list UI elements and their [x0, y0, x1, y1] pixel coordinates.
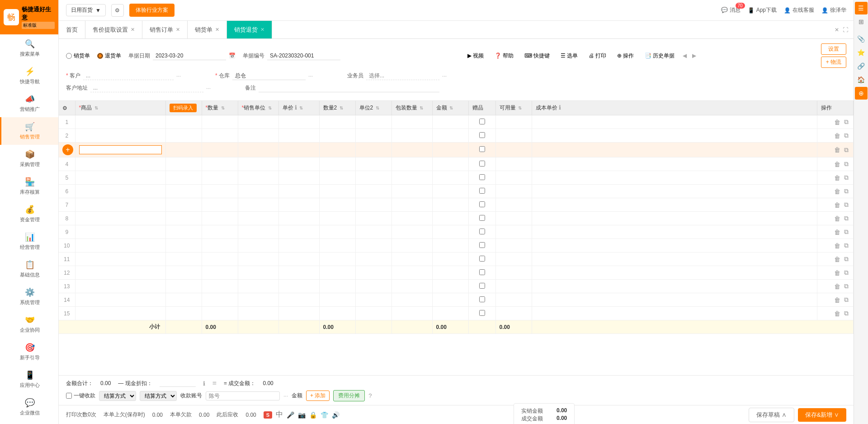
one-key-payment-checkbox[interactable]: 一键收款 — [66, 392, 95, 400]
unit-cell[interactable] — [238, 129, 278, 143]
delete-row-btn[interactable]: 🗑 — [833, 282, 841, 291]
amount-cell[interactable] — [432, 129, 468, 143]
avail-cell[interactable] — [495, 143, 532, 157]
copy-row-btn[interactable]: ⧉ — [843, 309, 849, 318]
logistics-btn[interactable]: + 物流 — [821, 57, 846, 68]
cost-price-cell[interactable] — [532, 143, 817, 157]
amount-cell[interactable] — [432, 115, 468, 129]
col-pkg-sort[interactable]: ⇅ — [420, 105, 423, 110]
cash-discount-input[interactable] — [160, 380, 196, 387]
sidebar-item-enterprise-wechat[interactable]: 💬 企业微信 — [0, 393, 58, 421]
settlement-method-select[interactable]: 结算方式 — [99, 391, 136, 401]
sidebar-item-guide[interactable]: 🎯 新手引导 — [0, 338, 58, 366]
gift-cell[interactable] — [468, 115, 495, 129]
tab-close-sales-return[interactable]: ✕ — [260, 27, 264, 33]
toolbar-shortcuts[interactable]: ⌨ 快捷键 — [522, 51, 552, 61]
float-btn-4[interactable]: 🏠 — [855, 73, 868, 86]
toolbar-select[interactable]: ☰ 选单 — [558, 51, 580, 61]
remark-input[interactable] — [259, 84, 439, 92]
save-new-btn[interactable]: 保存&新增 ∨ — [798, 408, 846, 422]
tab-home[interactable]: 首页 — [59, 21, 85, 38]
online-service-btn[interactable]: 👤 在线客服 — [784, 6, 814, 14]
avail-cell[interactable] — [495, 115, 532, 129]
scan-btn[interactable]: 扫码录入 — [170, 104, 197, 112]
gift-cell[interactable] — [468, 143, 495, 157]
save-draft-btn[interactable]: 保存草稿 ∧ — [749, 408, 794, 422]
delete-row-btn[interactable]: 🗑 — [833, 187, 841, 196]
calc-method-select[interactable]: 结算方式 — [140, 391, 177, 401]
unit-price-info-icon[interactable]: ℹ — [295, 104, 297, 111]
gift-checkbox[interactable] — [479, 146, 485, 152]
delete-row-btn[interactable]: 🗑 — [833, 295, 841, 305]
delete-row-btn[interactable]: 🗑 — [833, 131, 841, 140]
shirt-icon[interactable]: 👕 — [321, 411, 328, 419]
user-avatar[interactable]: 👤 徐泽华 — [821, 6, 846, 14]
col-amount-sort[interactable]: ⇅ — [449, 105, 453, 110]
toolbar-history[interactable]: 📑 历史单据 — [642, 51, 677, 61]
sidebar-item-member[interactable]: 🏅 畅会员 — [0, 421, 58, 424]
sidebar-item-marketing[interactable]: 📣 营销推广 — [0, 90, 58, 117]
copy-row-btn[interactable]: ⧉ — [843, 254, 849, 264]
delete-row-btn[interactable]: 🗑 — [833, 173, 841, 182]
float-btn-1[interactable]: 📎 — [855, 33, 868, 45]
maximize-icon[interactable]: ⛶ — [843, 27, 848, 33]
input-icon[interactable]: 中 — [276, 410, 283, 419]
tab-close-sales[interactable]: ✕ — [215, 27, 219, 33]
camera-icon[interactable]: 📷 — [298, 411, 306, 419]
experience-btn[interactable]: 体验行业方案 — [129, 4, 175, 17]
nav-prev-icon[interactable]: ◀ — [683, 52, 687, 59]
settings-btn[interactable]: 设置 — [821, 43, 846, 55]
float-btn-3[interactable]: 🔗 — [855, 60, 868, 72]
app-download-btn[interactable]: 📱 App下载 — [748, 6, 777, 14]
view-grid-btn[interactable]: ⊞ — [855, 15, 868, 28]
dots-icon[interactable]: ··· — [283, 393, 288, 399]
sidebar-item-inventory[interactable]: 🏪 库存核算 — [0, 172, 58, 200]
copy-row-btn[interactable]: ⧉ — [843, 159, 849, 169]
copy-row-btn[interactable]: ⧉ — [843, 241, 849, 250]
sidebar-item-system[interactable]: ⚙️ 系统管理 — [0, 283, 58, 310]
add-fee-btn[interactable]: + 添加 — [306, 391, 330, 401]
qty2-cell[interactable] — [319, 129, 355, 143]
copy-row-btn[interactable]: ⧉ — [843, 214, 849, 223]
tab-close-price-setting[interactable]: ✕ — [131, 27, 135, 33]
pkg-cell[interactable] — [392, 115, 432, 129]
col-scan[interactable]: 扫码录入 — [165, 101, 202, 115]
product-cell-active[interactable] — [75, 143, 165, 157]
copy-row-btn[interactable]: ⧉ — [843, 117, 849, 127]
cost-price-cell[interactable] — [532, 129, 817, 143]
sidebar-item-app-center[interactable]: 📱 应用中心 — [0, 366, 58, 393]
qty-cell[interactable] — [202, 115, 238, 129]
unit2-cell[interactable] — [355, 129, 392, 143]
calendar-icon[interactable]: 📅 — [229, 52, 236, 59]
gift-checkbox[interactable] — [479, 132, 485, 138]
notifications[interactable]: 💬 70 消息 — [721, 6, 740, 14]
sidebar-item-operations[interactable]: 📊 经营管理 — [0, 228, 58, 255]
qty-cell[interactable] — [202, 143, 238, 157]
col-sales-unit-sort[interactable]: ⇅ — [268, 105, 272, 110]
price-cell[interactable] — [278, 129, 319, 143]
pkg-cell[interactable] — [392, 129, 432, 143]
float-btn-2[interactable]: ⭐ — [855, 46, 868, 59]
gift-checkbox[interactable] — [479, 119, 485, 124]
unit-cell[interactable] — [238, 143, 278, 157]
pkg-cell[interactable] — [392, 143, 432, 157]
nav-next-icon[interactable]: ▶ — [692, 52, 696, 59]
product-input[interactable] — [79, 145, 162, 154]
toolbar-video[interactable]: ▶ 视频 — [465, 51, 486, 61]
date-input[interactable] — [153, 52, 226, 60]
cash-discount-info-icon[interactable]: ℹ — [203, 380, 205, 387]
copy-row-btn[interactable]: ⧉ — [843, 145, 849, 155]
sidebar-item-purchase[interactable]: 📦 采购管理 — [0, 145, 58, 172]
cost-price-cell[interactable] — [532, 115, 817, 129]
copy-row-btn[interactable]: ⧉ — [843, 200, 849, 210]
sidebar-item-quick-nav[interactable]: ⚡ 快捷导航 — [0, 62, 58, 90]
lock-icon[interactable]: 🔒 — [309, 411, 317, 419]
mic-icon[interactable]: 🎤 — [287, 411, 294, 419]
topbar-settings-btn[interactable]: ⚙ — [111, 4, 124, 17]
customer-input[interactable] — [83, 71, 174, 80]
col-qty2-sort[interactable]: ⇅ — [340, 105, 343, 110]
float-btn-orange[interactable]: ⊕ — [855, 87, 868, 100]
sidebar-item-sales-mgmt[interactable]: 🛒 销售管理 — [0, 117, 58, 145]
qty2-cell[interactable] — [319, 115, 355, 129]
toolbar-print[interactable]: 🖨 打印 — [586, 51, 609, 61]
